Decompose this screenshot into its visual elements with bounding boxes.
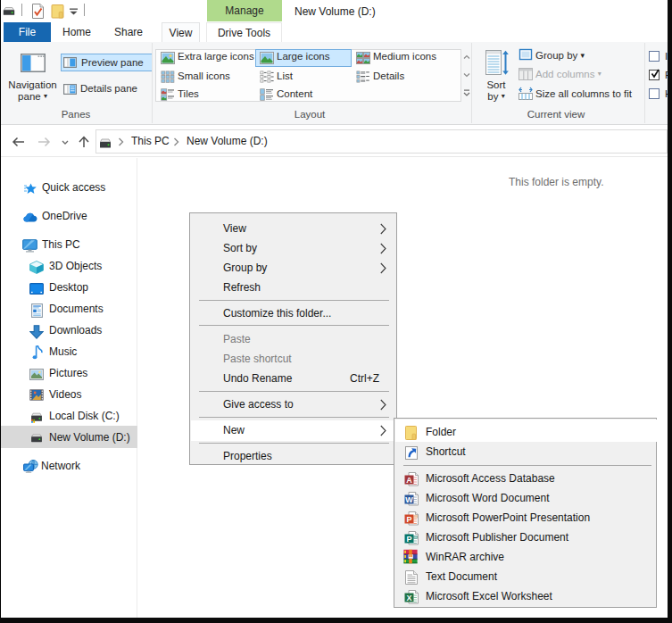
svg-text:P: P	[406, 535, 411, 544]
svg-text:W: W	[405, 495, 413, 504]
svg-text:A: A	[406, 476, 412, 485]
svg-text:X: X	[406, 594, 411, 602]
svg-text:P: P	[406, 515, 411, 524]
